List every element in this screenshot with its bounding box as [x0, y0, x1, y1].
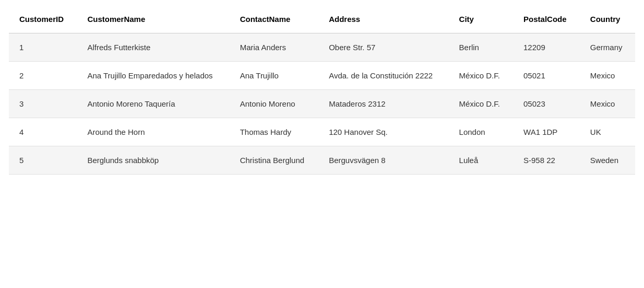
cell-customerid: 1 — [9, 33, 77, 62]
cell-city: London — [449, 118, 513, 146]
header-country: Country — [580, 5, 635, 33]
cell-customername: Alfreds Futterkiste — [77, 33, 229, 62]
cell-postalcode: WA1 1DP — [513, 118, 580, 146]
cell-country: Sweden — [580, 146, 635, 175]
cell-address: Berguvsvägen 8 — [318, 146, 448, 175]
cell-city: México D.F. — [449, 62, 513, 90]
cell-address: 120 Hanover Sq. — [318, 118, 448, 146]
cell-postalcode: 05023 — [513, 90, 580, 118]
header-address: Address — [318, 5, 448, 33]
header-customer-name: CustomerName — [77, 5, 229, 33]
table-row: 3Antonio Moreno TaqueríaAntonio MorenoMa… — [9, 90, 635, 118]
cell-customername: Around the Horn — [77, 118, 229, 146]
cell-contactname: Antonio Moreno — [230, 90, 318, 118]
cell-contactname: Thomas Hardy — [230, 118, 318, 146]
cell-contactname: Christina Berglund — [230, 146, 318, 175]
customers-table: CustomerID CustomerName ContactName Addr… — [9, 5, 635, 175]
cell-postalcode: 12209 — [513, 33, 580, 62]
header-contact-name: ContactName — [230, 5, 318, 33]
cell-customerid: 3 — [9, 90, 77, 118]
table-header-row: CustomerID CustomerName ContactName Addr… — [9, 5, 635, 33]
cell-address: Mataderos 2312 — [318, 90, 448, 118]
cell-country: UK — [580, 118, 635, 146]
cell-contactname: Maria Anders — [230, 33, 318, 62]
cell-country: Germany — [580, 33, 635, 62]
cell-customerid: 4 — [9, 118, 77, 146]
table-row: 2Ana Trujillo Emparedados y heladosAna T… — [9, 62, 635, 90]
cell-city: Berlin — [449, 33, 513, 62]
cell-contactname: Ana Trujillo — [230, 62, 318, 90]
cell-customername: Ana Trujillo Emparedados y helados — [77, 62, 229, 90]
cell-city: México D.F. — [449, 90, 513, 118]
customers-table-container: CustomerID CustomerName ContactName Addr… — [9, 5, 635, 175]
cell-customername: Antonio Moreno Taquería — [77, 90, 229, 118]
cell-country: Mexico — [580, 62, 635, 90]
table-row: 1Alfreds FutterkisteMaria AndersObere St… — [9, 33, 635, 62]
cell-customerid: 2 — [9, 62, 77, 90]
cell-postalcode: 05021 — [513, 62, 580, 90]
table-row: 5Berglunds snabbköpChristina BerglundBer… — [9, 146, 635, 175]
header-city: City — [449, 5, 513, 33]
header-postal-code: PostalCode — [513, 5, 580, 33]
table-row: 4Around the HornThomas Hardy120 Hanover … — [9, 118, 635, 146]
cell-customername: Berglunds snabbköp — [77, 146, 229, 175]
cell-country: Mexico — [580, 90, 635, 118]
cell-address: Obere Str. 57 — [318, 33, 448, 62]
cell-postalcode: S-958 22 — [513, 146, 580, 175]
cell-customerid: 5 — [9, 146, 77, 175]
cell-city: Luleå — [449, 146, 513, 175]
header-customer-id: CustomerID — [9, 5, 77, 33]
cell-address: Avda. de la Constitución 2222 — [318, 62, 448, 90]
